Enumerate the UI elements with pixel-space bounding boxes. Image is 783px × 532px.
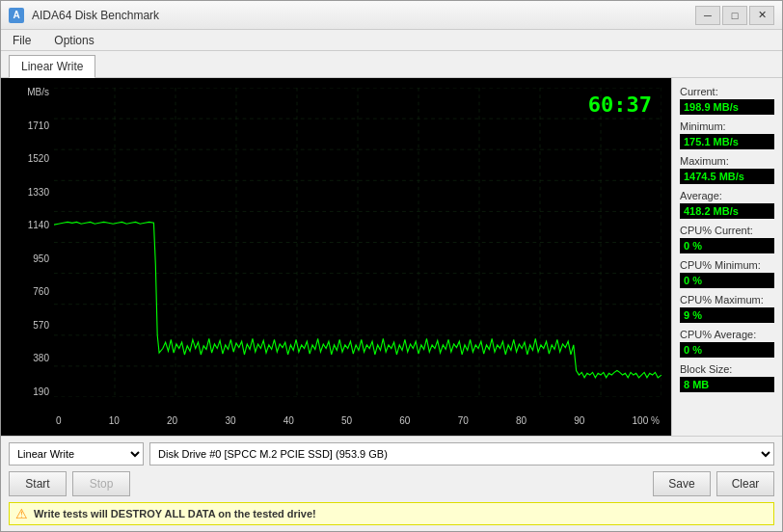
cpu-average-label: CPU% Average: <box>680 329 774 340</box>
stop-button[interactable]: Stop <box>72 471 130 496</box>
y-label-190: 190 <box>33 387 49 397</box>
title-bar-buttons: ─ □ ✕ <box>695 6 774 25</box>
cpu-current-label: CPU% Current: <box>680 225 774 236</box>
current-label: Current: <box>680 86 774 97</box>
controls-row-2: Start Stop Save Clear <box>9 471 774 496</box>
close-button[interactable]: ✕ <box>749 6 774 25</box>
y-label-1140: 1140 <box>28 221 49 230</box>
average-stat: Average: 418.2 MB/s <box>680 190 774 219</box>
tab-linear-write[interactable]: Linear Write <box>9 55 95 78</box>
y-label-760: 760 <box>33 287 49 297</box>
cpu-maximum-value: 9 % <box>680 307 774 323</box>
drive-select[interactable]: Disk Drive #0 [SPCC M.2 PCIE SSD] (953.9… <box>149 442 774 466</box>
cpu-maximum-stat: CPU% Maximum: 9 % <box>680 294 774 323</box>
x-label-0: 0 <box>56 415 62 426</box>
warning-row: ⚠ Write tests will DESTROY ALL DATA on t… <box>9 502 774 525</box>
current-value: 198.9 MB/s <box>680 99 774 115</box>
block-size-label: Block Size: <box>680 363 774 375</box>
cpu-current-stat: CPU% Current: 0 % <box>680 225 774 253</box>
timer-display: 60:37 <box>588 93 652 117</box>
stats-panel: Current: 198.9 MB/s Minimum: 175.1 MB/s … <box>671 78 782 436</box>
chart-svg <box>54 88 662 397</box>
y-axis-title: MB/s <box>27 88 49 97</box>
clear-button[interactable]: Clear <box>716 471 774 496</box>
average-value: 418.2 MB/s <box>680 203 774 219</box>
minimum-stat: Minimum: 175.1 MB/s <box>680 120 774 149</box>
cpu-minimum-value: 0 % <box>680 273 774 288</box>
y-label-1330: 1330 <box>28 188 49 198</box>
y-label-570: 570 <box>33 321 49 331</box>
y-label-1710: 1710 <box>28 121 49 131</box>
average-label: Average: <box>680 190 774 201</box>
cpu-average-stat: CPU% Average: 0 % <box>680 329 774 358</box>
x-label-30: 30 <box>225 415 235 426</box>
test-select[interactable]: Linear Write Linear Read Random Read Ran… <box>9 442 144 466</box>
current-stat: Current: 198.9 MB/s <box>680 86 774 115</box>
minimum-value: 175.1 MB/s <box>680 134 774 149</box>
save-button[interactable]: Save <box>653 471 711 496</box>
chart-area: MB/s 1710 1520 1330 1140 950 760 570 380… <box>1 78 671 436</box>
x-label-50: 50 <box>341 415 352 426</box>
cpu-minimum-stat: CPU% Minimum: 0 % <box>680 259 774 288</box>
x-label-70: 70 <box>458 415 469 426</box>
x-label-10: 10 <box>109 415 120 426</box>
warning-icon: ⚠ <box>15 506 28 521</box>
cpu-maximum-label: CPU% Maximum: <box>680 294 774 306</box>
main-window: A AIDA64 Disk Benchmark ─ □ ✕ File Optio… <box>0 0 783 532</box>
warning-text: Write tests will DESTROY ALL DATA on the… <box>34 508 316 519</box>
maximum-stat: Maximum: 1474.5 MB/s <box>680 155 774 184</box>
menu-options[interactable]: Options <box>46 32 101 49</box>
main-content: MB/s 1710 1520 1330 1140 950 760 570 380… <box>1 78 782 436</box>
cpu-minimum-label: CPU% Minimum: <box>680 259 774 271</box>
x-label-20: 20 <box>167 415 177 426</box>
app-icon: A <box>9 8 24 23</box>
start-button[interactable]: Start <box>9 471 67 496</box>
x-label-90: 90 <box>574 415 584 426</box>
minimum-label: Minimum: <box>680 120 774 132</box>
y-label-1520: 1520 <box>28 154 49 164</box>
maximize-button[interactable]: □ <box>722 6 747 25</box>
chart-inner: 60:37 <box>54 88 662 397</box>
x-label-40: 40 <box>284 415 294 426</box>
window-title: AIDA64 Disk Benchmark <box>32 9 159 22</box>
controls-row-1: Linear Write Linear Read Random Read Ran… <box>9 442 774 466</box>
x-label-60: 60 <box>399 415 410 426</box>
title-bar-left: A AIDA64 Disk Benchmark <box>9 8 159 23</box>
x-label-100: 100 % <box>633 415 660 426</box>
y-axis: MB/s 1710 1520 1330 1140 950 760 570 380… <box>1 88 54 397</box>
block-size-stat: Block Size: 8 MB <box>680 363 774 392</box>
minimize-button[interactable]: ─ <box>695 6 720 25</box>
maximum-value: 1474.5 MB/s <box>680 169 774 184</box>
y-label-380: 380 <box>33 354 49 363</box>
menu-bar: File Options <box>1 30 782 51</box>
bottom-controls: Linear Write Linear Read Random Read Ran… <box>1 436 782 531</box>
block-size-value: 8 MB <box>680 377 774 392</box>
cpu-average-value: 0 % <box>680 342 774 358</box>
title-bar: A AIDA64 Disk Benchmark ─ □ ✕ <box>1 1 782 30</box>
x-label-80: 80 <box>516 415 526 426</box>
menu-file[interactable]: File <box>5 32 39 49</box>
tab-bar: Linear Write <box>1 51 782 78</box>
maximum-label: Maximum: <box>680 155 774 167</box>
y-label-950: 950 <box>33 254 49 264</box>
cpu-current-value: 0 % <box>680 238 774 253</box>
